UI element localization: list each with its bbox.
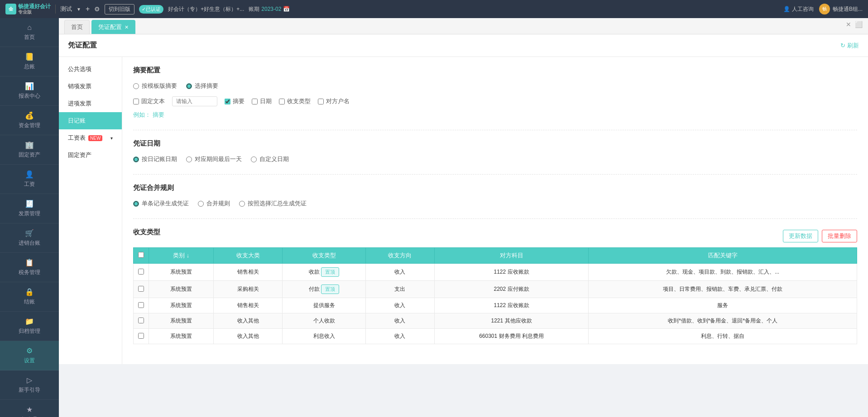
main-layout: ⌂ 首页 📒 总账 📊 报表中心 💰 资金管理 🏢 固定资产 👤 工资 🧾 发票… [0, 18, 868, 417]
select-all-checkbox[interactable] [138, 252, 144, 258]
td-type: 利息收入 [283, 329, 366, 344]
example-text: 例如： 摘要 [133, 111, 857, 119]
radio-merge-rule-input[interactable] [198, 201, 204, 207]
date-title: 凭证日期 [133, 139, 857, 148]
radio-select[interactable]: 选择摘要 [186, 82, 218, 90]
expand-icon[interactable]: ▾ [110, 136, 113, 141]
sidebar-item-settings[interactable]: ⚙ 设置 [0, 341, 59, 370]
td-major-type: 收入其他 [214, 329, 283, 344]
sidebar-item-ledger[interactable]: 📒 总账 [0, 47, 59, 76]
sidebar-item-tax[interactable]: 📋 税务管理 [0, 253, 59, 282]
app-sub: 专业版 [18, 9, 51, 15]
tab-home[interactable]: 首页 [64, 20, 90, 34]
radio-select-input[interactable] [186, 83, 192, 89]
radio-select-total-input[interactable] [239, 201, 245, 207]
add-icon[interactable]: + [86, 5, 90, 13]
sidebar-item-reports[interactable]: 📊 报表中心 [0, 76, 59, 106]
user-menu[interactable]: 畅 畅捷通B组... [819, 4, 863, 14]
account-tags: 好会计（专）+好生意（标）+... [168, 5, 244, 13]
td-keywords: 服务 [589, 298, 857, 313]
nav-item-journal[interactable]: 日记账 [59, 112, 122, 129]
avatar: 畅 [819, 4, 830, 14]
td-type: 收款 置顶 [283, 264, 366, 281]
radio-custom-date-input[interactable] [251, 156, 257, 162]
radio-template-input[interactable] [133, 83, 139, 89]
sidebar-item-label: 总账 [24, 63, 35, 71]
sidebar-item-home[interactable]: ⌂ 首页 [0, 18, 59, 47]
calendar-icon[interactable]: 📅 [283, 6, 290, 12]
td-direction: 收入 [366, 313, 435, 329]
nav-item-fixed-assets[interactable]: 固定资产 [59, 147, 122, 164]
tab-close-icon[interactable]: ✕ [125, 24, 129, 30]
divider [55, 5, 56, 14]
maximize-window-icon[interactable]: ⬜ [855, 21, 863, 28]
td-category: 系统预置 [149, 329, 214, 344]
radio-template[interactable]: 按模板版摘要 [133, 82, 177, 90]
row-checkbox[interactable] [138, 269, 144, 275]
consult-button[interactable]: 👤 人工咨询 [783, 5, 814, 13]
update-data-button[interactable]: 更新数据 [783, 230, 818, 242]
checkbox-counterparty-input[interactable] [318, 99, 324, 104]
sidebar-item-invoice-mgmt[interactable]: 🧾 发票管理 [0, 194, 59, 223]
settings-icon: ⚙ [26, 346, 33, 355]
row-checkbox[interactable] [138, 317, 144, 323]
radio-period-last[interactable]: 对应期间最后一天 [186, 155, 242, 163]
sidebar-item-label: 固定资产 [19, 151, 40, 159]
period-label: 账期 2023-02 📅 [249, 5, 290, 13]
sidebar-item-closing[interactable]: 🔒 结账 [0, 282, 59, 312]
top-bar: 会 畅捷通好会计 专业版 测试 ▼ + ⚙ 切到旧版 ✓已认证 好会计（专）+好… [0, 0, 868, 18]
nav-item-payroll[interactable]: 工资表 NEW ▾ [59, 129, 122, 147]
nav-item-purchase-invoice[interactable]: 进项发票 [59, 95, 122, 112]
radio-journal-date[interactable]: 按日记账日期 [133, 155, 177, 163]
checkbox-income-type[interactable]: 收支类型 [279, 97, 311, 105]
checkbox-income-type-input[interactable] [279, 99, 285, 104]
checkbox-fixed-text-input[interactable] [133, 99, 139, 104]
radio-custom-date[interactable]: 自定义日期 [251, 155, 289, 163]
td-type: 个人收款 [283, 313, 366, 329]
radio-single[interactable]: 单条记录生成凭证 [133, 199, 189, 208]
tab-voucher-config[interactable]: 凭证配置 ✕ [91, 20, 135, 34]
batch-delete-button[interactable]: 批量删除 [822, 230, 857, 242]
checkbox-date[interactable]: 日期 [252, 97, 272, 105]
refresh-button[interactable]: ↻ 刷新 [840, 42, 859, 56]
sidebar-item-new-guide[interactable]: ▷ 新手引导 [0, 370, 59, 400]
checkbox-fixed-text[interactable]: 固定文本 [133, 97, 165, 105]
row-checkbox[interactable] [138, 302, 144, 308]
table-row: 系统预置 收入其他 利息收入 收入 660301 财务费用 利息费用 利息、行转… [134, 329, 857, 344]
sidebar-item-purchase-sales[interactable]: 🛒 进销台账 [0, 223, 59, 253]
sidebar-item-fixed-assets[interactable]: 🏢 固定资产 [0, 135, 59, 165]
close-window-icon[interactable]: ✕ [846, 21, 851, 28]
radio-merge-rule[interactable]: 合并规则 [198, 199, 230, 208]
date-radio-group: 按日记账日期 对应期间最后一天 自定义日期 [133, 155, 857, 163]
td-keywords: 欠款、现金、项目款、到款、报销款、汇入、... [589, 264, 857, 281]
merge-section: 凭证合并规则 单条记录生成凭证 合并规则 [133, 184, 857, 208]
nav-item-public[interactable]: 公共选项 [59, 61, 122, 78]
closing-icon: 🔒 [25, 288, 34, 296]
merge-title: 凭证合并规则 [133, 184, 857, 192]
sidebar-item-payroll[interactable]: 👤 工资 [0, 165, 59, 194]
fixed-text-input[interactable] [172, 96, 217, 106]
checkbox-summary-input[interactable] [225, 99, 230, 104]
checkbox-row: 固定文本 摘要 日期 [133, 96, 857, 106]
checkbox-date-input[interactable] [252, 99, 258, 104]
test-dropdown-icon[interactable]: ▼ [77, 7, 81, 12]
tab-bar: 首页 凭证配置 ✕ [59, 18, 868, 34]
sidebar-item-member[interactable]: ★ 畅会员 [0, 400, 59, 417]
checkbox-summary[interactable]: 摘要 [225, 97, 245, 105]
sidebar-item-funds[interactable]: 💰 资金管理 [0, 106, 59, 135]
nav-item-sales-invoice[interactable]: 销项发票 [59, 78, 122, 95]
row-checkbox[interactable] [138, 286, 144, 292]
top-tag-button[interactable]: 置顶 [321, 284, 339, 294]
switch-version-button[interactable]: 切到旧版 [105, 4, 134, 14]
radio-select-total[interactable]: 按照选择汇总生成凭证 [239, 199, 307, 208]
radio-single-input[interactable] [133, 201, 139, 207]
td-category: 系统预置 [149, 298, 214, 313]
checkbox-counterparty[interactable]: 对方户名 [318, 97, 350, 105]
sidebar-item-archive[interactable]: 📁 归档管理 [0, 312, 59, 341]
radio-journal-date-input[interactable] [133, 156, 139, 162]
radio-period-last-input[interactable] [186, 156, 192, 162]
gear-icon[interactable]: ⚙ [94, 5, 100, 13]
row-checkbox[interactable] [138, 333, 144, 339]
top-tag-button[interactable]: 置顶 [321, 267, 339, 277]
table-head: 类别 ↓ 收支大类 收支类型 收支方向 对方科目 匹配关键字 [134, 248, 857, 264]
